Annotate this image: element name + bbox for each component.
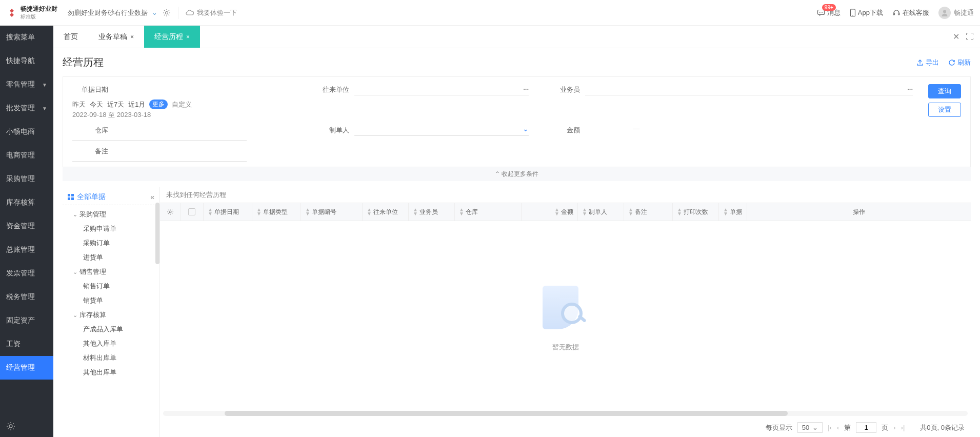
chevron-down-icon[interactable]: ⌄ [523,125,529,133]
column-header[interactable]: ▲▼备注 [624,203,673,221]
tree-group[interactable]: 采购管理 [63,207,159,222]
sidebar-item[interactable]: 经营管理 [0,356,53,380]
warehouse-input[interactable]: ··· [72,140,247,141]
query-button[interactable]: 查询 [928,84,961,98]
sidebar-item[interactable]: 发票管理 [0,262,53,285]
sort-icon[interactable]: ▲▼ [582,208,587,216]
first-page[interactable]: |‹ [828,424,832,431]
sidebar-item[interactable]: 固定资产 [0,309,53,332]
column-header[interactable]: 操作 [747,203,971,221]
sort-icon[interactable]: ▲▼ [554,208,559,216]
tree-leaf[interactable]: 进货单 [63,250,159,265]
user-menu[interactable]: 畅捷通 [938,7,974,19]
column-settings[interactable] [160,203,181,221]
export-button[interactable]: 导出 [916,58,939,67]
column-header[interactable]: ▲▼业务员 [409,203,455,221]
sidebar-item[interactable]: 零售管理▼ [0,73,53,96]
column-header[interactable]: ▲▼往来单位 [363,203,409,221]
tree-group[interactable]: 库存核算 [63,308,159,322]
remark-input[interactable] [72,161,247,162]
tree-leaf[interactable]: 销货单 [63,293,159,308]
tree-collapse-icon[interactable]: « [150,193,154,201]
tab[interactable]: 业务草稿× [88,26,144,48]
tree-root[interactable]: 全部单据 « [63,189,159,205]
tree-leaf[interactable]: 其他出库单 [63,365,159,380]
more-dots-icon[interactable]: ··· [907,85,913,93]
next-page[interactable]: › [893,424,895,431]
date-quick-option[interactable]: 今天 [90,100,103,109]
sidebar-item[interactable]: 小畅电商 [0,120,53,144]
tree-leaf[interactable]: 其他入库单 [63,336,159,351]
column-header[interactable]: ▲▼单据日期 [204,203,252,221]
sidebar-item[interactable]: 总账管理 [0,238,53,262]
salesman-input[interactable]: ··· [585,84,913,95]
tree-leaf[interactable]: 销售订单 [63,279,159,293]
sort-icon[interactable]: ▲▼ [256,208,262,216]
date-more-pill[interactable]: 更多 [149,100,168,109]
sort-icon[interactable]: ▲▼ [208,208,213,216]
page-input[interactable] [856,422,876,433]
try-experience[interactable]: 我要体验一下 [186,8,237,17]
tree-leaf[interactable]: 产成品入库单 [63,322,159,336]
tree-leaf[interactable]: 材料出库单 [63,351,159,365]
per-page-select[interactable]: 50 ⌄ [797,422,823,433]
column-header[interactable]: ▲▼单据 [719,203,747,221]
sidebar-item[interactable]: 采购管理 [0,167,53,191]
column-header[interactable]: ▲▼仓库 [455,203,522,221]
tree-leaf[interactable]: 采购申请单 [63,222,159,236]
column-header[interactable]: ▲▼打印次数 [673,203,719,221]
collapse-filters[interactable]: ⌃ 收起更多条件 [63,167,971,181]
scrollbar-thumb[interactable] [155,203,159,264]
sort-icon[interactable]: ▲▼ [305,208,310,216]
maker-input[interactable]: ⌄ [354,125,529,136]
sort-icon[interactable]: ▲▼ [723,208,728,216]
date-custom[interactable]: 自定义 [172,100,192,109]
message-badge: 99+ [822,4,836,11]
sidebar-item[interactable]: 批发管理▼ [0,96,53,120]
tree-leaf[interactable]: 采购订单 [63,236,159,250]
date-quick-option[interactable]: 昨天 [72,100,86,109]
env-selector[interactable]: 勿删好业财务砂石行业数据 ⌄ [68,8,157,17]
sidebar-item[interactable]: 库存核算 [0,191,53,214]
horizontal-scrollbar[interactable] [163,411,968,416]
close-icon[interactable]: × [186,33,190,41]
more-dots-icon[interactable]: ··· [523,85,529,93]
close-icon[interactable]: × [130,33,134,41]
date-quick-option[interactable]: 近1月 [128,100,145,109]
tree-group[interactable]: 销售管理 [63,265,159,279]
column-header[interactable]: ▲▼单据类型 [252,203,301,221]
last-page[interactable]: ›| [901,424,905,431]
sidebar-item[interactable]: 资金管理 [0,214,53,238]
export-label: 导出 [926,58,939,67]
sort-icon[interactable]: ▲▼ [367,208,372,216]
online-service-button[interactable]: 在线客服 [892,8,929,17]
settings-button[interactable]: 设置 [928,103,961,117]
sidebar-item[interactable]: 电商管理 [0,144,53,167]
app-download-button[interactable]: App下载 [850,8,883,17]
sort-icon[interactable]: ▲▼ [628,208,633,216]
scrollbar-thumb[interactable] [225,411,788,416]
sidebar-item[interactable]: 税务管理 [0,285,53,309]
refresh-button[interactable]: 刷新 [948,58,971,67]
message-button[interactable]: 消息 99+ [817,8,841,17]
sidebar-item[interactable]: 搜索菜单 [0,26,53,49]
close-all-icon[interactable]: ✕ [953,32,959,42]
date-quick-option[interactable]: 近7天 [107,100,124,109]
column-header[interactable]: ▲▼制单人 [578,203,624,221]
tab[interactable]: 首页 [53,26,88,48]
sidebar-item[interactable]: 快捷导航 [0,49,53,73]
select-all[interactable] [181,203,204,221]
sidebar-settings[interactable] [0,415,53,437]
sort-icon[interactable]: ▲▼ [413,208,418,216]
partner-input[interactable]: ··· [354,84,529,95]
fullscreen-icon[interactable]: ⛶ [966,32,974,42]
sort-icon[interactable]: ▲▼ [677,208,682,216]
gear-icon[interactable] [163,9,171,17]
sort-icon[interactable]: ▲▼ [459,208,464,216]
tab[interactable]: 经营历程× [144,26,200,48]
column-header[interactable]: ▲▼金额 [522,203,578,221]
column-header[interactable]: ▲▼单据编号 [301,203,363,221]
prev-page[interactable]: ‹ [837,424,839,431]
checkbox[interactable] [188,208,195,215]
sidebar-item[interactable]: 工资 [0,332,53,356]
